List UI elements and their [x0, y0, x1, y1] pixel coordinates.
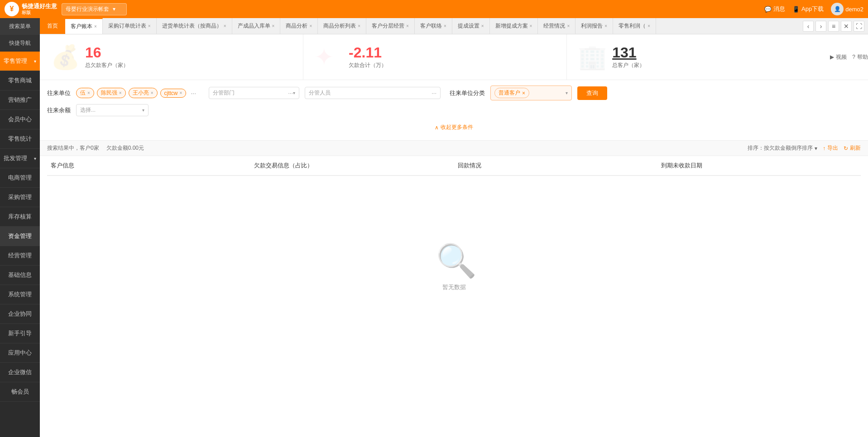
- tab-retail-profit-close[interactable]: ×: [647, 24, 650, 28]
- unit-tag-chen[interactable]: 陈民强 ×: [97, 88, 126, 98]
- export-btn[interactable]: ↑ 导出: [823, 144, 838, 152]
- sort-arrow-icon: ▾: [815, 145, 817, 152]
- table-header: 客户信息 欠款交易信息（占比） 回款情况 到期未收款日期: [47, 156, 861, 176]
- tab-fullscreen-btn[interactable]: ⛶: [854, 21, 864, 32]
- tab-customer-ledger-close[interactable]: ×: [94, 24, 97, 29]
- unit-tag-chen-remove[interactable]: ×: [119, 90, 122, 95]
- message-btn[interactable]: 💬 消息: [764, 5, 785, 13]
- tab-customer-tier[interactable]: 客户分层经营 ×: [366, 18, 415, 34]
- unit-tag-cjttcw[interactable]: cjttcw ×: [160, 89, 187, 98]
- sidebar: 搜索菜单 快捷导航 零售管理 ▾ 零售商城 营销推广 会员中心 零售统计: [0, 18, 40, 437]
- sidebar-item-newbie[interactable]: 新手引导: [0, 324, 40, 343]
- tab-customer-contact[interactable]: 客户联络 ×: [415, 18, 452, 34]
- tab-close-all-btn[interactable]: ✕: [841, 21, 852, 32]
- sidebar-item-vip[interactable]: 畅会员: [0, 382, 40, 402]
- sidebar-item-sys-mgmt[interactable]: 系统管理: [0, 285, 40, 304]
- tab-inbound-stats[interactable]: 进货单统计表（按商品） ×: [157, 18, 232, 34]
- unit-tag-wang[interactable]: 王小亮 ×: [129, 88, 158, 98]
- tab-purchase-order-stats[interactable]: 采购订单统计表 ×: [103, 18, 157, 34]
- sort-select[interactable]: 排序：按欠款金额倒序排序 ▾: [748, 144, 817, 152]
- sidebar-item-operations[interactable]: 经营管理: [0, 246, 40, 266]
- sidebar-item-ecommerce[interactable]: 电商管理: [0, 168, 40, 188]
- tab-bar: 首页 客户账本 × 采购订单统计表 × 进货单统计表（按商品） × 产成品入库单…: [40, 18, 868, 34]
- tab-goods-analysis-close[interactable]: ×: [309, 24, 312, 28]
- tab-next-btn[interactable]: ›: [815, 21, 826, 32]
- unit-tag-wu-remove[interactable]: ×: [87, 90, 90, 95]
- search-amount-text: 欠款金额0.00元: [106, 144, 144, 152]
- tab-list-btn[interactable]: ≡: [828, 21, 839, 32]
- sidebar-item-marketing[interactable]: 营销推广: [0, 90, 40, 110]
- sidebar-item-purchase[interactable]: 采购管理: [0, 188, 40, 207]
- tab-inbound-stats-close[interactable]: ×: [224, 24, 226, 28]
- tab-customer-contact-label: 客户联络: [420, 22, 442, 30]
- help-btn[interactable]: ? 帮助: [852, 53, 868, 61]
- sidebar-item-batch-mgmt[interactable]: 批发管理 ▾: [0, 149, 40, 168]
- query-button[interactable]: 查询: [577, 86, 607, 100]
- tab-prev-btn[interactable]: ‹: [803, 21, 814, 32]
- sidebar-item-retail-mall[interactable]: 零售商城: [0, 71, 40, 90]
- tab-home[interactable]: 首页: [40, 18, 65, 34]
- tab-ops-status-close[interactable]: ×: [567, 24, 570, 28]
- app-download-btn[interactable]: 📱 App下载: [792, 5, 824, 13]
- top-bar-center: 母婴行业演示帐套 ▾: [57, 3, 764, 15]
- table-header-col1: 客户信息: [47, 162, 250, 170]
- stat-item-customers: 💰 16 总欠款客户（家）: [40, 34, 303, 80]
- person-filter-select[interactable]: 分管人员 ···: [305, 87, 441, 99]
- filter-more-tags[interactable]: ···: [189, 89, 198, 98]
- unit-tag-wang-remove[interactable]: ×: [151, 90, 153, 95]
- sidebar-item-member[interactable]: 会员中心: [0, 110, 40, 129]
- tab-ops-status[interactable]: 经营情况 ×: [538, 18, 575, 34]
- tab-raise-settings[interactable]: 提成设置 ×: [452, 18, 490, 34]
- tab-customer-tier-close[interactable]: ×: [406, 24, 409, 28]
- unit-class-tag-remove[interactable]: ×: [522, 90, 525, 96]
- sidebar-item-app-center[interactable]: 应用中心: [0, 343, 40, 363]
- top-bar-right: 💬 消息 📱 App下载 👤 demo2: [764, 3, 863, 15]
- tab-profit-report-label: 利润报告: [581, 22, 603, 30]
- sidebar-item-basic-info[interactable]: 基础信息: [0, 266, 40, 285]
- balance-filter-select[interactable]: 选择... ▾: [76, 104, 149, 116]
- sidebar-item-inventory-label: 库存核算: [8, 213, 32, 220]
- tab-produce-inbound-close[interactable]: ×: [272, 24, 275, 28]
- sidebar-item-app-center-label: 应用中心: [8, 349, 32, 356]
- tab-customer-ledger[interactable]: 客户账本 ×: [65, 18, 103, 34]
- tab-customer-contact-close[interactable]: ×: [444, 24, 446, 28]
- balance-filter-text: 选择...: [80, 106, 142, 114]
- table-header-col3: 回款情况: [454, 162, 657, 170]
- sidebar-item-retail-stats[interactable]: 零售统计: [0, 129, 40, 149]
- tab-profit-report[interactable]: 利润报告 ×: [575, 18, 613, 34]
- unit-tag-wu[interactable]: 伍 ×: [76, 88, 94, 98]
- sidebar-item-retail-mgmt[interactable]: 零售管理 ▾: [0, 52, 40, 71]
- tab-goods-analysis-list-close[interactable]: ×: [358, 24, 360, 28]
- tab-goods-analysis[interactable]: 商品分析 ×: [280, 18, 318, 34]
- message-label: 消息: [773, 5, 785, 13]
- sidebar-item-purchase-label: 采购管理: [8, 194, 32, 200]
- sidebar-item-enterprise[interactable]: 企业协同: [0, 304, 40, 324]
- tab-customer-tier-label: 客户分层经营: [372, 22, 404, 30]
- search-menu-btn[interactable]: 搜索菜单: [0, 18, 40, 35]
- video-help-btn[interactable]: ▶ 视频: [830, 53, 847, 61]
- quick-nav-btn[interactable]: 快捷导航: [0, 35, 40, 52]
- sidebar-item-inventory[interactable]: 库存核算: [0, 207, 40, 227]
- tab-add-raise-close[interactable]: ×: [530, 24, 532, 28]
- tab-retail-profit[interactable]: 零售利润（ ×: [613, 18, 656, 34]
- collapse-bar[interactable]: ∧ 收起更多条件: [47, 120, 861, 135]
- tab-profit-report-close[interactable]: ×: [604, 24, 607, 28]
- export-label: 导出: [827, 144, 838, 152]
- tab-goods-analysis-list[interactable]: 商品分析列表 ×: [318, 18, 366, 34]
- unit-class-select[interactable]: 普通客户 × ▾: [490, 86, 572, 100]
- dept-filter-select[interactable]: 分管部门 ··· ▾: [209, 87, 299, 99]
- tab-purchase-order-stats-close[interactable]: ×: [148, 24, 151, 28]
- search-menu-label: 搜索菜单: [4, 23, 36, 30]
- tab-goods-analysis-label: 商品分析: [286, 22, 307, 30]
- unit-tag-cjttcw-remove[interactable]: ×: [180, 90, 182, 95]
- refresh-btn[interactable]: ↻ 刷新: [844, 144, 861, 152]
- sidebar-item-enterprise-wx[interactable]: 企业微信: [0, 363, 40, 382]
- tab-produce-inbound[interactable]: 产成品入库单 ×: [232, 18, 281, 34]
- tab-add-raise[interactable]: 新增提成方案 ×: [490, 18, 538, 34]
- industry-select[interactable]: 母婴行业演示帐套 ▾: [62, 3, 127, 15]
- tab-raise-settings-close[interactable]: ×: [481, 24, 484, 28]
- sidebar-item-capital[interactable]: 资金管理: [0, 227, 40, 246]
- user-area[interactable]: 👤 demo2: [831, 3, 863, 15]
- sidebar-item-newbie-label: 新手引导: [8, 330, 32, 337]
- unit-class-tag-text: 普通客户: [499, 89, 520, 97]
